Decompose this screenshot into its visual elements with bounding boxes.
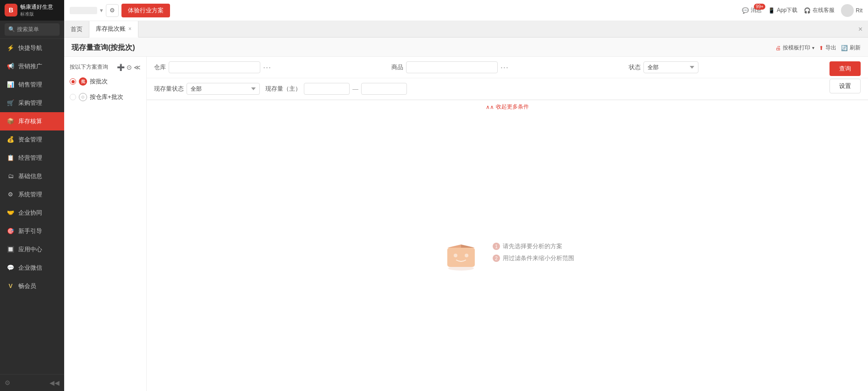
sidebar-item-purchase[interactable]: 🛒 采购管理	[0, 94, 64, 112]
svg-marker-2	[447, 244, 461, 248]
hint-2-num: 2	[493, 255, 500, 262]
headset-icon: 🎧	[804, 7, 811, 14]
content-area: 现存量查询(按批次) 🖨 按模板打印 ▾ ⬆ 导出 🔄 刷新	[64, 38, 868, 391]
status-label: 状态	[629, 63, 641, 71]
newbie-icon: 🎯	[6, 227, 15, 235]
stock-qty-range: —	[304, 83, 407, 95]
enterprise-icon: 🤝	[6, 209, 15, 217]
settings-button[interactable]: 设置	[830, 79, 861, 93]
sidebar-item-sales[interactable]: 📊 销售管理	[0, 76, 64, 94]
stock-qty-to-input[interactable]	[361, 83, 407, 95]
collapse-filter-button[interactable]: ≪	[134, 64, 141, 71]
product-input[interactable]	[406, 61, 498, 73]
warehouse-more-button[interactable]: ···	[263, 63, 271, 72]
warehouse-batch-icon: ⊙	[79, 93, 87, 101]
breadcrumb-dropdown[interactable]: ▾	[100, 7, 103, 14]
sidebar-item-wechat[interactable]: 💬 企业微信	[0, 259, 64, 277]
filter-item-warehouse-batch[interactable]: ⊙ 按仓库+批次	[64, 89, 146, 105]
page-title: 现存量查询(按批次)	[71, 43, 135, 53]
status-select[interactable]: 全部 正常 停用	[643, 61, 698, 73]
member-icon: V	[6, 282, 15, 290]
collapse-label: 收起更多条件	[496, 103, 529, 111]
tab-close-icon[interactable]: ×	[128, 26, 132, 32]
sidebar-item-inventory[interactable]: 📦 库存核算	[0, 112, 64, 130]
sidebar-item-enterprise[interactable]: 🤝 企业协同	[0, 204, 64, 222]
sidebar-item-apps[interactable]: 🔲 应用中心	[0, 240, 64, 259]
print-dropdown-icon[interactable]: ▾	[812, 45, 814, 50]
panel-close-button[interactable]: ×	[858, 25, 863, 33]
topbar: ▾ ⚙ 体验行业方案 💬 消息 99+ 📱 App下载 🎧 在线客服	[64, 0, 868, 21]
trial-btn[interactable]: 体验行业方案	[121, 4, 170, 17]
sidebar-item-basic[interactable]: 🗂 基础信息	[0, 167, 64, 185]
filter-product-group: 商品 ···	[391, 61, 623, 73]
warehouse-label: 仓库	[154, 63, 166, 71]
empty-hint-1: 1 请先选择要分析的方案	[493, 242, 574, 250]
empty-icon	[440, 232, 482, 273]
query-button[interactable]: 查询	[830, 61, 861, 76]
collapse-bar[interactable]: ∧∧ 收起更多条件	[147, 100, 868, 114]
sidebar-item-marketing[interactable]: 📢 营销推广	[0, 57, 64, 76]
filter-row-1: 仓库 ··· 商品 ··· 状态 全部	[147, 57, 868, 78]
tabs-bar: 首页 库存批次账 × ×	[64, 21, 868, 38]
sidebar-item-member[interactable]: V 畅会员	[0, 277, 64, 295]
user-profile[interactable]: Rit	[841, 4, 863, 17]
svg-marker-3	[461, 244, 475, 248]
search-menu-button[interactable]: 🔍 搜索菜单	[5, 23, 60, 36]
online-service-button[interactable]: 🎧 在线客服	[804, 6, 835, 14]
empty-hint-2: 2 用过滤条件来缩小分析范围	[493, 254, 574, 262]
sidebar-item-operations[interactable]: 📋 经营管理	[0, 149, 64, 167]
settings-icon: ⚙	[110, 7, 115, 14]
basic-icon: 🗂	[6, 172, 15, 180]
sidebar-item-newbie[interactable]: 🎯 新手引导	[0, 222, 64, 240]
export-button[interactable]: ⬆ 导出	[819, 44, 836, 52]
topbar-settings-button[interactable]: ⚙	[106, 4, 119, 17]
body-split: 按以下方案查询 ➕ ⊙ ≪ 批 按批次 ⊙ 按仓库+批次	[64, 57, 868, 391]
filter-stock-qty-group: 现存量（主） —	[265, 83, 407, 95]
sidebar-footer: ⚙ ◀◀	[0, 374, 64, 391]
user-name: Rit	[856, 7, 863, 14]
message-button[interactable]: 💬 消息 99+	[742, 6, 762, 14]
filter-row-2: 现存量状态 全部 有库存 无库存 现存量（主） —	[147, 78, 868, 100]
stock-status-select[interactable]: 全部 有库存 无库存	[187, 83, 260, 95]
tab-batch[interactable]: 库存批次账 ×	[89, 21, 138, 38]
filter-warehouse-group: 仓库 ···	[154, 61, 386, 73]
print-button[interactable]: 🖨 按模板打印 ▾	[775, 44, 814, 52]
export-icon: ⬆	[819, 45, 824, 51]
hint-1-num: 1	[493, 243, 500, 250]
refresh-button[interactable]: 🔄 刷新	[841, 44, 861, 52]
hint-2-text: 用过滤条件来缩小分析范围	[503, 254, 574, 262]
filter-panel-header: 按以下方案查询 ➕ ⊙ ≪	[64, 60, 146, 74]
svg-point-5	[465, 254, 468, 257]
results-area: 1 请先选择要分析的方案 2 用过滤条件来缩小分析范围	[147, 114, 868, 391]
settings-footer-button[interactable]: ⚙	[5, 379, 11, 386]
product-label: 商品	[391, 63, 403, 71]
marketing-icon: 📢	[6, 62, 15, 71]
sidebar-item-finance[interactable]: 💰 资金管理	[0, 130, 64, 149]
filter-rows-container: 仓库 ··· 商品 ··· 状态 全部	[147, 57, 868, 114]
inventory-icon: 📦	[6, 117, 15, 125]
sidebar-search-area: 🔍 搜索菜单	[0, 21, 64, 39]
avatar	[841, 4, 854, 17]
empty-hints: 1 请先选择要分析的方案 2 用过滤条件来缩小分析范围	[493, 242, 574, 262]
product-more-button[interactable]: ···	[500, 63, 509, 72]
action-buttons: 查询 设置	[830, 61, 861, 93]
system-icon: ⚙	[6, 190, 15, 199]
app-logo: B	[5, 4, 17, 16]
add-scheme-button[interactable]: ➕	[117, 64, 125, 71]
filter-item-batch[interactable]: 批 按批次	[64, 74, 146, 89]
svg-point-4	[454, 254, 457, 257]
stock-qty-from-input[interactable]	[304, 83, 350, 95]
tab-home[interactable]: 首页	[64, 21, 89, 38]
warehouse-input[interactable]	[169, 61, 260, 73]
sidebar-item-quick-nav[interactable]: ⚡ 快捷导航	[0, 39, 64, 57]
message-icon: 💬	[742, 7, 749, 14]
radio-batch	[70, 78, 76, 85]
app-download-button[interactable]: 📱 App下载	[768, 6, 797, 14]
quick-nav-icon: ⚡	[6, 44, 15, 52]
apps-icon: 🔲	[6, 245, 15, 254]
scheme-settings-button[interactable]: ⊙	[126, 64, 132, 71]
sidebar-item-system[interactable]: ⚙ 系统管理	[0, 185, 64, 204]
collapse-sidebar-button[interactable]: ◀◀	[49, 379, 60, 386]
app-title: 畅康通好生意 标准版	[20, 4, 53, 17]
query-area: 仓库 ··· 商品 ··· 状态 全部	[147, 57, 868, 391]
